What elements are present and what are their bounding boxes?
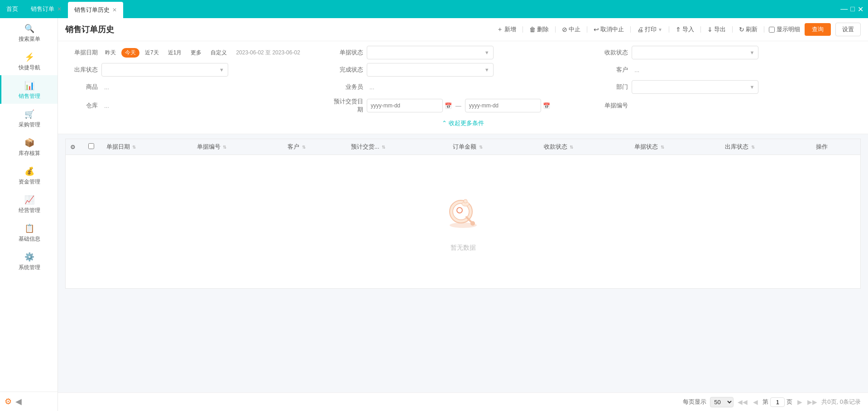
sidebar-item-quick-nav[interactable]: ⚡ 快捷导航 xyxy=(0,47,58,75)
shortcut-1month[interactable]: 近1月 xyxy=(164,48,186,58)
sidebar-item-operations[interactable]: 📈 经营管理 xyxy=(0,189,58,218)
print-label: 打印 xyxy=(645,25,657,34)
sidebar-item-sales-mgmt[interactable]: 📊 销售管理 xyxy=(0,75,58,104)
last-page-button[interactable]: ▶▶ xyxy=(807,396,818,407)
warehouse-label: 仓库 xyxy=(65,102,101,110)
date-column-header[interactable]: 单据日期 ⇅ xyxy=(102,139,192,155)
sidebar-item-search-menu[interactable]: 🔍 搜索菜单 xyxy=(0,18,58,47)
export-button[interactable]: ⇓ 导出 xyxy=(705,24,728,35)
sidebar-item-purchase-mgmt[interactable]: 🛒 采购管理 xyxy=(0,104,58,132)
show-detail-label: 显示明细 xyxy=(777,25,800,34)
prev-page-button[interactable]: ◀ xyxy=(750,396,761,407)
expected-date-label: 预计交货日期 xyxy=(331,97,367,114)
shortcut-yesterday[interactable]: 昨天 xyxy=(101,48,120,58)
next-page-button[interactable]: ▶ xyxy=(794,396,805,407)
delivery-status-column-label: 出库状态 xyxy=(725,143,748,150)
expected-date-from[interactable] xyxy=(367,99,443,112)
expected-date-column-header[interactable]: 预计交货... ⇅ xyxy=(346,139,449,155)
delivery-status-select[interactable]: ▼ xyxy=(101,63,228,77)
import-icon: ⇑ xyxy=(676,26,681,33)
import-button[interactable]: ⇑ 导入 xyxy=(674,24,696,35)
show-detail-checkbox[interactable] xyxy=(769,27,775,33)
delete-button[interactable]: 🗑 删除 xyxy=(528,24,551,35)
payment-status-column-header[interactable]: 收款状态 ⇅ xyxy=(539,139,630,155)
show-detail-checkbox-label[interactable]: 显示明细 xyxy=(769,25,800,34)
payment-status-dropdown-icon: ▼ xyxy=(749,50,754,55)
tab-home[interactable]: 首页 xyxy=(0,0,24,18)
warehouse-ellipsis[interactable]: ... xyxy=(101,101,112,111)
refresh-button[interactable]: ↻ 刷新 xyxy=(737,24,759,35)
page-size-select[interactable]: 10 20 50 100 xyxy=(710,397,734,407)
calendar-from-icon[interactable]: 📅 xyxy=(445,102,452,109)
sidebar-settings-icon[interactable]: ⚙ xyxy=(5,396,12,406)
order-number-label: 单据编号 xyxy=(595,102,632,110)
minimize-icon[interactable]: — xyxy=(840,5,848,13)
sidebar-item-system-mgmt[interactable]: ⚙️ 系统管理 xyxy=(0,247,58,275)
page-number-input[interactable] xyxy=(770,397,785,407)
print-button[interactable]: 🖨 打印 ▼ xyxy=(635,24,664,35)
collapse-label: ⌃ 收起更多条件 xyxy=(442,120,484,126)
delivery-status-column-header[interactable]: 出库状态 ⇅ xyxy=(720,139,811,155)
cancel-stop-button[interactable]: ↩ 取消中止 xyxy=(592,24,626,35)
date-separator: — xyxy=(456,102,461,109)
page-size-label: 每页显示 xyxy=(683,398,706,406)
checkbox-column-header[interactable] xyxy=(84,139,102,155)
salesperson-label: 业务员 xyxy=(331,83,367,91)
sidebar-item-finance[interactable]: 💰 资金管理 xyxy=(0,161,58,189)
salesperson-ellipsis[interactable]: ... xyxy=(367,82,377,92)
close-icon[interactable]: ✕ xyxy=(858,5,863,14)
tab-sales-order[interactable]: 销售订单 ✕ xyxy=(24,0,68,18)
order-status-label: 单据状态 xyxy=(331,48,367,57)
system-mgmt-icon: ⚙️ xyxy=(24,252,34,262)
completion-status-dropdown-icon: ▼ xyxy=(484,67,489,73)
sidebar-item-basic-info[interactable]: 📋 基础信息 xyxy=(0,218,58,247)
new-button[interactable]: ＋ 新增 xyxy=(495,24,518,35)
goods-label: 商品 xyxy=(65,83,101,91)
purchase-mgmt-icon: 🛒 xyxy=(24,109,34,119)
shortcut-7days[interactable]: 近7天 xyxy=(141,48,163,58)
customer-column-label: 客户 xyxy=(288,143,299,150)
collapse-row[interactable]: ⌃ 收起更多条件 xyxy=(65,117,861,129)
tab-sales-history-close[interactable]: ✕ xyxy=(112,7,117,13)
tab-sales-history[interactable]: 销售订单历史 ✕ xyxy=(68,2,123,18)
shortcut-custom[interactable]: 自定义 xyxy=(207,48,230,58)
settings-button[interactable]: 设置 xyxy=(835,23,861,36)
page-title: 销售订单历史 xyxy=(65,24,495,35)
maximize-icon[interactable]: □ xyxy=(850,5,855,13)
completion-status-select-group: ▼ xyxy=(367,63,596,77)
first-page-button[interactable]: ◀◀ xyxy=(737,396,748,407)
delivery-status-dropdown-icon: ▼ xyxy=(219,67,224,73)
payment-status-select[interactable]: ▼ xyxy=(632,46,758,59)
completion-status-select[interactable]: ▼ xyxy=(367,63,494,77)
order-status-column-header[interactable]: 单据状态 ⇅ xyxy=(630,139,720,155)
sidebar-label-system-mgmt: 系统管理 xyxy=(19,264,40,271)
sidebar-label-purchase-mgmt: 采购管理 xyxy=(19,121,40,129)
query-button[interactable]: 查询 xyxy=(805,23,831,36)
svg-point-4 xyxy=(470,221,475,226)
actions-column-label: 操作 xyxy=(816,143,828,150)
department-dropdown-icon: ▼ xyxy=(749,84,754,90)
sidebar-collapse-icon[interactable]: ◀ xyxy=(15,396,22,406)
order-status-select[interactable]: ▼ xyxy=(367,46,494,59)
sidebar-item-inventory[interactable]: 📦 库存核算 xyxy=(0,132,58,161)
amount-column-header[interactable]: 订单金额 ⇅ xyxy=(448,139,539,155)
customer-ellipsis[interactable]: ... xyxy=(632,65,642,75)
tab-sales-order-close[interactable]: ✕ xyxy=(57,6,62,12)
customer-column-header[interactable]: 客户 ⇅ xyxy=(283,139,346,155)
number-column-header[interactable]: 单据编号 ⇅ xyxy=(192,139,283,155)
shortcut-more[interactable]: 更多 xyxy=(187,48,205,58)
new-label: 新增 xyxy=(504,25,516,34)
calendar-to-icon[interactable]: 📅 xyxy=(543,102,550,109)
sidebar: 🔍 搜索菜单 ⚡ 快捷导航 📊 销售管理 🛒 采购管理 📦 库存核算 💰 资金管… xyxy=(0,18,58,411)
shortcut-today[interactable]: 今天 xyxy=(121,48,139,58)
settings-column-header[interactable]: ⚙ xyxy=(66,139,84,155)
select-all-checkbox[interactable] xyxy=(88,143,94,149)
sidebar-label-basic-info: 基础信息 xyxy=(19,235,40,243)
stop-button[interactable]: ⊘ 中止 xyxy=(560,24,582,35)
goods-ellipsis[interactable]: ... xyxy=(101,82,112,92)
department-select[interactable]: ▼ xyxy=(632,80,758,94)
warehouse-group: ... xyxy=(101,101,331,111)
delete-label: 删除 xyxy=(537,25,549,34)
top-bar: 首页 销售订单 ✕ 销售订单历史 ✕ — □ ✕ xyxy=(0,0,868,18)
expected-date-to[interactable] xyxy=(465,99,541,112)
